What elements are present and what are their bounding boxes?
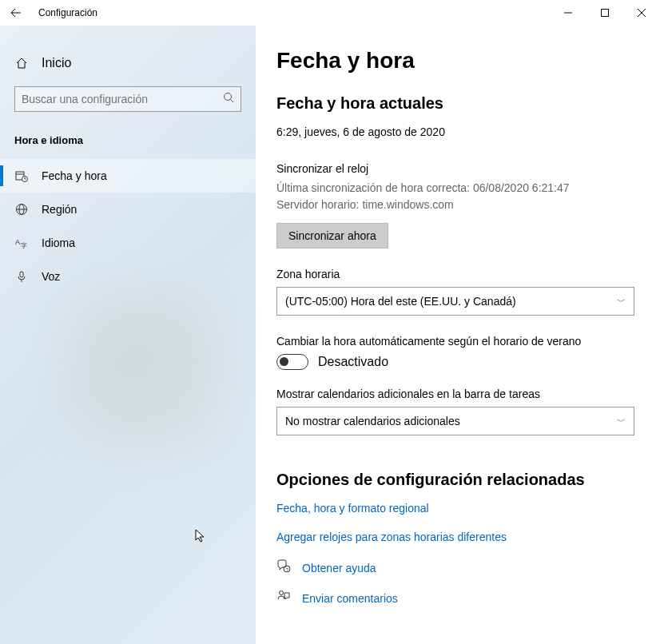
home-nav[interactable]: Inicio: [0, 48, 256, 78]
svg-point-15: [280, 591, 284, 595]
feedback-icon: [276, 590, 291, 607]
nav-label: Fecha y hora: [42, 169, 107, 182]
globe-icon: [14, 202, 29, 217]
nav-voice[interactable]: Voz: [0, 260, 256, 293]
calendar-select[interactable]: No mostrar calendarios adicionales ﹀: [276, 407, 634, 435]
dst-label: Cambiar la hora automáticamente según el…: [276, 335, 639, 348]
link-add-clocks[interactable]: Agregar relojes para zonas horarias dife…: [276, 531, 639, 543]
current-datetime: 6:29, jueves, 6 de agosto de 2020: [276, 125, 639, 138]
home-label: Inicio: [42, 56, 71, 70]
nav-language[interactable]: A字 Idioma: [0, 226, 256, 260]
link-feedback[interactable]: Enviar comentarios: [302, 592, 398, 605]
minimize-button[interactable]: [550, 0, 586, 26]
search-box[interactable]: [14, 86, 241, 112]
related-heading: Opciones de configuración relacionadas: [276, 471, 639, 489]
nav-label: Región: [42, 203, 77, 216]
sync-server: Servidor horario: time.windows.com: [276, 197, 639, 213]
nav-date-time[interactable]: Fecha y hora: [0, 159, 256, 193]
sync-heading: Sincronizar el reloj: [276, 162, 639, 175]
close-button[interactable]: [623, 0, 660, 26]
dst-toggle[interactable]: [276, 354, 308, 370]
sync-now-button[interactable]: Sincronizar ahora: [276, 223, 388, 248]
timezone-label: Zona horaria: [276, 268, 639, 280]
timezone-select[interactable]: (UTC-05:00) Hora del este (EE.UU. y Cana…: [276, 287, 634, 316]
svg-rect-1: [602, 10, 609, 17]
back-button[interactable]: [0, 0, 32, 26]
calendar-value: No mostrar calendarios adicionales: [285, 415, 460, 427]
language-icon: A字: [14, 236, 29, 250]
page-title: Fecha y hora: [276, 48, 639, 74]
nav-label: Voz: [42, 270, 60, 283]
chevron-down-icon: ﹀: [617, 415, 626, 427]
search-input[interactable]: [22, 93, 223, 105]
nav-region[interactable]: Región: [0, 193, 256, 226]
svg-text:字: 字: [21, 242, 27, 249]
window-controls: [550, 0, 660, 26]
sidebar: Inicio Hora e idioma Fecha y hora Región…: [0, 26, 256, 644]
sync-last: Última sincronización de hora correcta: …: [276, 180, 639, 197]
home-icon: [14, 56, 29, 70]
svg-text:?: ?: [286, 567, 289, 572]
dst-state: Desactivado: [318, 355, 388, 369]
main-content: Fecha y hora Fecha y hora actuales 6:29,…: [256, 26, 660, 644]
window-title: Configuración: [38, 7, 97, 18]
link-get-help[interactable]: Obtener ayuda: [302, 562, 376, 574]
svg-line-3: [231, 100, 234, 103]
svg-text:A: A: [15, 238, 20, 246]
maximize-button[interactable]: [586, 0, 623, 26]
section-label: Hora e idioma: [0, 128, 256, 159]
microphone-icon: [14, 269, 29, 284]
help-icon: ?: [276, 559, 291, 577]
current-heading: Fecha y hora actuales: [276, 94, 639, 113]
nav-label: Idioma: [42, 237, 75, 249]
back-arrow-icon: [10, 7, 22, 18]
timezone-value: (UTC-05:00) Hora del este (EE.UU. y Cana…: [285, 295, 516, 308]
chevron-down-icon: ﹀: [617, 296, 626, 308]
svg-rect-12: [20, 272, 23, 277]
search-icon: [223, 92, 234, 106]
svg-point-2: [225, 93, 232, 101]
titlebar: Configuración: [0, 0, 660, 26]
calendar-clock-icon: [14, 169, 29, 183]
link-regional-format[interactable]: Fecha, hora y formato regional: [276, 502, 639, 515]
calendar-label: Mostrar calendarios adicionales en la ba…: [276, 388, 639, 400]
